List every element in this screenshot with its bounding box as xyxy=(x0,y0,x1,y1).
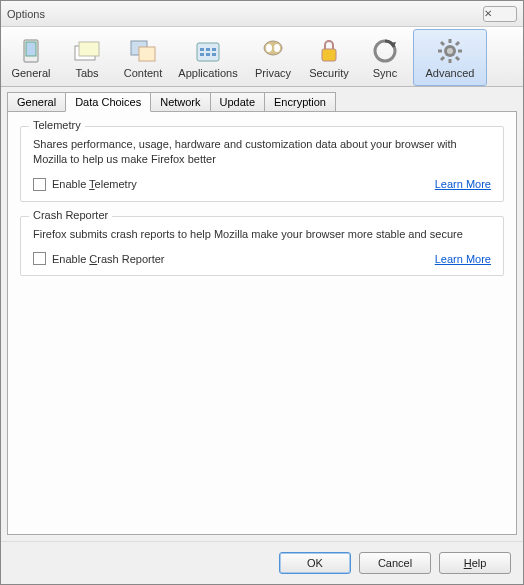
svg-line-26 xyxy=(441,57,444,60)
svg-line-27 xyxy=(456,42,459,45)
ok-button[interactable]: OK xyxy=(279,552,351,574)
svg-rect-9 xyxy=(212,48,216,51)
telemetry-row: Enable Telemetry Learn More xyxy=(33,178,491,191)
privacy-icon xyxy=(259,37,287,65)
toolbar-item-general[interactable]: General xyxy=(3,29,59,86)
telemetry-checkbox[interactable] xyxy=(33,178,46,191)
svg-line-24 xyxy=(441,42,444,45)
crash-desc: Firefox submits crash reports to help Mo… xyxy=(33,227,491,242)
svg-rect-12 xyxy=(212,53,216,56)
svg-point-15 xyxy=(274,44,280,52)
content-icon xyxy=(129,37,157,65)
telemetry-title: Telemetry xyxy=(29,119,85,131)
tab-general[interactable]: General xyxy=(7,92,66,112)
crash-title: Crash Reporter xyxy=(29,209,112,221)
svg-line-25 xyxy=(456,57,459,60)
tab-encryption[interactable]: Encryption xyxy=(264,92,336,112)
toolbar-item-sync[interactable]: Sync xyxy=(357,29,413,86)
telemetry-desc: Shares performance, usage, hardware and … xyxy=(33,137,491,168)
applications-icon xyxy=(194,37,222,65)
toolbar-item-privacy[interactable]: Privacy xyxy=(245,29,301,86)
security-icon xyxy=(315,37,343,65)
titlebar: Options ✕ xyxy=(1,1,523,27)
crash-checkbox[interactable] xyxy=(33,252,46,265)
dialog-buttons: OK Cancel Help xyxy=(1,541,523,584)
svg-rect-6 xyxy=(197,43,219,61)
tab-data-choices[interactable]: Data Choices xyxy=(65,92,151,112)
close-button[interactable]: ✕ xyxy=(483,6,517,22)
crash-row: Enable Crash Reporter Learn More xyxy=(33,252,491,265)
help-button[interactable]: Help xyxy=(439,552,511,574)
telemetry-checkbox-label[interactable]: Enable Telemetry xyxy=(52,178,137,190)
svg-rect-7 xyxy=(200,48,204,51)
tab-update[interactable]: Update xyxy=(210,92,265,112)
telemetry-learn-more-link[interactable]: Learn More xyxy=(435,178,491,190)
tab-panel: Telemetry Shares performance, usage, har… xyxy=(7,111,517,535)
svg-rect-10 xyxy=(200,53,204,56)
crash-group: Crash Reporter Firefox submits crash rep… xyxy=(20,216,504,276)
svg-rect-8 xyxy=(206,48,210,51)
cancel-button[interactable]: Cancel xyxy=(359,552,431,574)
svg-rect-11 xyxy=(206,53,210,56)
category-toolbar: General Tabs Content Applications Privac… xyxy=(1,27,523,87)
toolbar-item-content[interactable]: Content xyxy=(115,29,171,86)
svg-rect-1 xyxy=(26,42,36,56)
close-icon: ✕ xyxy=(484,8,516,19)
svg-point-28 xyxy=(447,48,453,54)
sync-icon xyxy=(371,37,399,65)
crash-checkbox-label[interactable]: Enable Crash Reporter xyxy=(52,253,165,265)
advanced-tabs: General Data Choices Network Update Encr… xyxy=(1,87,523,111)
advanced-icon xyxy=(436,37,464,65)
svg-rect-5 xyxy=(139,47,155,61)
toolbar-item-tabs[interactable]: Tabs xyxy=(59,29,115,86)
toolbar-item-applications[interactable]: Applications xyxy=(171,29,245,86)
tab-network[interactable]: Network xyxy=(150,92,210,112)
toolbar-item-advanced[interactable]: Advanced xyxy=(413,29,487,86)
svg-rect-3 xyxy=(79,42,99,56)
window-title: Options xyxy=(7,8,483,20)
telemetry-group: Telemetry Shares performance, usage, har… xyxy=(20,126,504,202)
tabs-icon xyxy=(73,37,101,65)
crash-learn-more-link[interactable]: Learn More xyxy=(435,253,491,265)
svg-point-14 xyxy=(266,44,272,52)
toolbar-item-security[interactable]: Security xyxy=(301,29,357,86)
svg-rect-16 xyxy=(322,49,336,61)
general-icon xyxy=(17,37,45,65)
options-dialog: Options ✕ General Tabs Content Applicati… xyxy=(0,0,524,585)
